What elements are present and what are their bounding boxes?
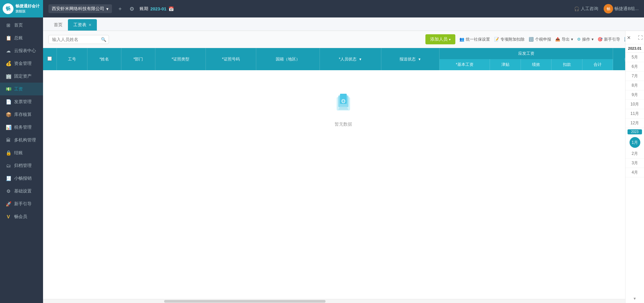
sidebar-item-salary[interactable]: 💵 工资	[0, 83, 43, 95]
sidebar-item-label: 发票管理	[14, 99, 32, 105]
operations-icon: ⚙	[577, 37, 581, 42]
sidebar-item-label: 总账	[14, 35, 23, 41]
select-all-checkbox[interactable]	[43, 48, 56, 70]
period-label: 账期	[140, 6, 148, 12]
expand-panel-icon[interactable]: ⛶	[638, 35, 643, 40]
sidebar-item-close-accounts[interactable]: 🔒 结账	[0, 146, 43, 159]
tab-salary-table[interactable]: 工资表 ✕	[68, 19, 97, 31]
col-status[interactable]: *人员状态 ▼	[320, 48, 381, 70]
close-panel-icon[interactable]: ✕	[627, 35, 631, 40]
member-icon: V	[5, 214, 11, 219]
sidebar-item-label: 固定资产	[14, 73, 32, 79]
month-item-2[interactable]: 2月	[626, 149, 644, 159]
scrollbar-thumb[interactable]	[164, 300, 326, 303]
period-selector[interactable]: 账期 2023-01 📅	[140, 6, 174, 12]
scroll-down-button[interactable]: ▾	[626, 294, 644, 303]
col-report-status[interactable]: 报送状态 ▼	[381, 48, 439, 70]
table-scrollbar[interactable]	[43, 299, 644, 303]
logo-subtitle: 旗舰版	[15, 9, 40, 14]
month-item-3[interactable]: 3月	[626, 159, 644, 168]
report-filter-icon[interactable]: ▼	[418, 57, 421, 61]
month-item-10[interactable]: 10月	[626, 100, 644, 109]
month-item-6[interactable]: 6月	[626, 62, 644, 72]
sidebar-item-home[interactable]: ⊞ 首页	[0, 19, 43, 32]
sidebar-item-ledger[interactable]: 📋 总账	[0, 32, 43, 44]
tax-report-button[interactable]: 🔢 个税申报	[529, 37, 551, 42]
sidebar-item-label: 小畅报销	[14, 175, 32, 181]
month-item-12[interactable]: 12月	[626, 119, 644, 128]
sidebar-item-multi-org[interactable]: 🏛 多机构管理	[0, 134, 43, 146]
col-job-num: 工号	[56, 48, 87, 70]
sidebar-item-label: 库存核算	[14, 112, 32, 118]
inventory-icon: 📦	[5, 112, 11, 117]
sidebar-item-label: 税务管理	[14, 124, 32, 130]
sidebar-item-fixed-assets[interactable]: 🏢 固定资产	[0, 70, 43, 83]
expense-icon: 🧾	[5, 176, 11, 181]
salary-icon: 💵	[5, 86, 11, 92]
sidebar-item-label: 首页	[14, 22, 23, 28]
add-company-button[interactable]: ＋	[116, 4, 124, 14]
search-wrap: 🔍	[48, 35, 109, 44]
table-header-row-1: 工号 *姓名 *部门 *证照类型 *证照号码 国籍（地区） *人员状态 ▼ 报送…	[43, 48, 644, 59]
tab-home[interactable]: 首页	[48, 19, 68, 31]
sidebar-item-label: 云报表中心	[14, 48, 36, 54]
sidebar-item-guide[interactable]: 🚀 新手引导	[0, 198, 43, 210]
export-chevron-icon: ▾	[571, 37, 573, 42]
special-deduction-label: 专项附加扣除	[500, 37, 525, 42]
add-person-button[interactable]: 添加人员 ▾	[425, 34, 455, 44]
month-item-4[interactable]: 4月	[626, 168, 644, 177]
special-deduction-button[interactable]: 📝 专项附加扣除	[494, 37, 525, 42]
right-panel: ✕ ⛶ 2023.01 5月 6月 7月 8月 9月 10月 11月 12月 2…	[625, 31, 644, 303]
month-item-1-active[interactable]: 1月	[630, 137, 640, 148]
user-menu[interactable]: 畅 畅捷通B组...	[604, 4, 639, 13]
guide-button[interactable]: 🎯 新手引导	[598, 37, 620, 42]
sidebar-item-fund[interactable]: 💰 资金管理	[0, 57, 43, 70]
col-performance: 绩效	[521, 59, 552, 70]
col-salary-group: 应发工资	[440, 48, 613, 59]
month-item-5[interactable]: 5月	[626, 53, 644, 62]
sidebar-item-label: 基础设置	[14, 188, 32, 194]
toolbar: 🔍 添加人员 ▾ 👥 统一社保设置 📝 专项附加扣除 🔢 个税申报	[43, 31, 644, 48]
sidebar-item-inventory[interactable]: 📦 库存核算	[0, 108, 43, 121]
social-security-button[interactable]: 👥 统一社保设置	[459, 37, 490, 42]
month-item-7[interactable]: 7月	[626, 72, 644, 81]
support-label: 人工咨询	[581, 6, 598, 12]
sidebar-item-invoice[interactable]: 📄 发票管理	[0, 95, 43, 108]
checkbox-all[interactable]	[47, 56, 52, 61]
sidebar-item-cloud-report[interactable]: ☁ 云报表中心	[0, 44, 43, 57]
export-icon: 📤	[555, 37, 560, 42]
col-total: 合计	[582, 59, 613, 70]
sidebar-item-label: 畅会员	[14, 214, 27, 220]
support-button[interactable]: 🎧 人工咨询	[574, 6, 598, 12]
sidebar-item-label: 新手引导	[14, 201, 32, 207]
export-button[interactable]: 📤 导出 ▾	[555, 37, 573, 42]
sidebar-item-member[interactable]: V 畅会员	[0, 210, 43, 223]
year-badge: 2023	[628, 129, 642, 134]
tab-close-icon[interactable]: ✕	[88, 23, 91, 27]
empty-state: 暂无数据	[43, 70, 644, 147]
search-icon[interactable]: 🔍	[101, 37, 106, 42]
sidebar-item-expense[interactable]: 🧾 小畅报销	[0, 172, 43, 185]
panel-date: 2023.01	[626, 44, 644, 53]
month-item-8[interactable]: 8月	[626, 81, 644, 90]
user-avatar: 畅	[604, 4, 613, 13]
status-filter-icon[interactable]: ▼	[359, 57, 362, 61]
assets-icon: 🏢	[5, 74, 11, 79]
sidebar-item-tax[interactable]: 📊 税务管理	[0, 121, 43, 134]
search-input[interactable]	[48, 35, 109, 44]
sidebar-item-archive[interactable]: 🗂 归档管理	[0, 159, 43, 172]
sidebar-item-settings[interactable]: ⚙ 基础设置	[0, 185, 43, 198]
cloud-icon: ☁	[5, 48, 11, 53]
company-selector[interactable]: 西安虾米网络科技有限公司 ▾	[48, 4, 112, 13]
home-icon: ⊞	[5, 23, 11, 28]
guide-action-icon: 🎯	[598, 37, 603, 42]
sidebar-item-label: 结账	[14, 150, 23, 156]
calendar-icon: 📅	[168, 6, 174, 11]
month-item-11[interactable]: 11月	[626, 109, 644, 119]
ledger-icon: 📋	[5, 35, 11, 41]
operations-label: 操作	[582, 37, 590, 42]
month-item-9[interactable]: 9月	[626, 90, 644, 100]
toolbar-right: 添加人员 ▾ 👥 统一社保设置 📝 专项附加扣除 🔢 个税申报 📤	[425, 34, 639, 44]
settings-button[interactable]: ⚙	[128, 4, 136, 13]
operations-button[interactable]: ⚙ 操作 ▾	[577, 37, 594, 42]
